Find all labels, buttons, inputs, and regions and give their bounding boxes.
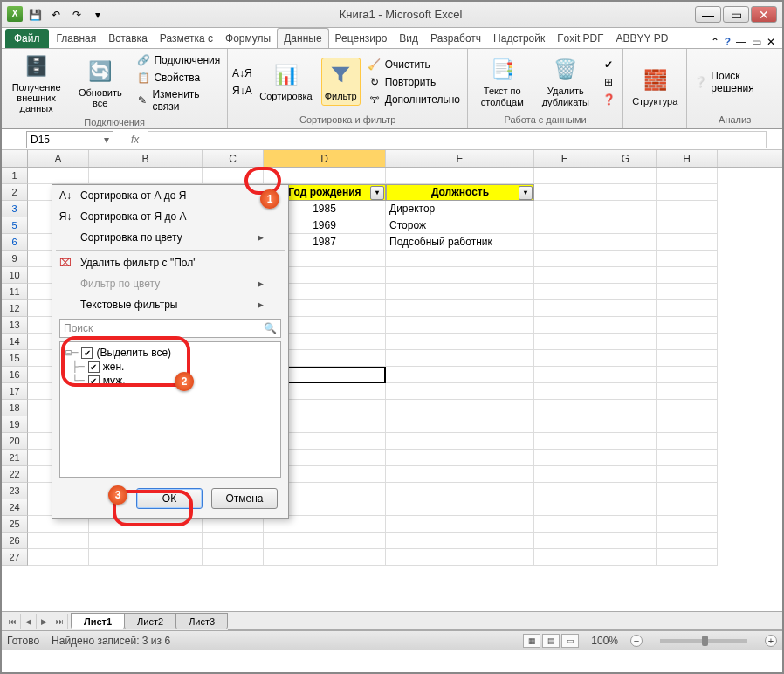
row-header[interactable]: 11 [2,284,28,300]
view-normal-button[interactable]: ▦ [523,634,540,648]
cancel-button[interactable]: Отмена [211,488,278,509]
checkbox-icon[interactable]: ✔ [81,347,93,359]
cell[interactable] [595,400,657,416]
cell[interactable] [534,284,595,300]
edit-links-button[interactable]: ✎Изменить связи [134,87,222,113]
column-header[interactable]: A [28,150,89,167]
cell[interactable] [595,483,657,499]
filter-values-list[interactable]: ⊟─✔(Выделить все) ├─✔жен. └─✔муж. [59,341,281,478]
cell[interactable] [534,499,595,516]
qat-save[interactable]: 💾 [26,6,44,24]
cell[interactable] [657,416,718,433]
cell[interactable] [534,251,595,267]
row-header[interactable]: 6 [2,234,28,251]
cell[interactable] [657,400,718,416]
cell[interactable] [595,234,657,251]
cell[interactable] [386,251,534,267]
connections-button[interactable]: 🔗Подключения [134,52,222,68]
cell[interactable] [595,499,657,516]
cell[interactable] [28,549,89,566]
cell[interactable] [386,400,534,416]
cell[interactable] [657,383,718,400]
tab-home[interactable]: Главная [51,29,103,48]
consolidate-button[interactable]: ⊞ [600,74,617,90]
cell[interactable] [534,533,595,549]
whatif-button[interactable]: ❓ [600,92,617,107]
cell[interactable] [595,317,657,334]
data-validation-button[interactable]: ✔ [600,57,617,72]
row-header[interactable]: 13 [2,317,28,334]
cell[interactable] [386,499,534,516]
cell[interactable] [89,168,203,184]
cell[interactable] [595,516,657,533]
cell[interactable] [264,549,386,566]
filter-value-item[interactable]: ├─✔жен. [65,360,275,374]
cell[interactable] [386,549,534,566]
tab-view[interactable]: Вид [393,29,424,48]
view-page-break-button[interactable]: ▭ [561,634,579,648]
menu-clear-filter[interactable]: ⌧Удалить фильтр с "Пол" [52,252,288,273]
cell[interactable] [534,201,595,217]
row-header[interactable]: 26 [2,533,28,549]
get-external-data-button[interactable]: 🗄️ Получение внешних данных [7,51,65,115]
row-header[interactable]: 10 [2,267,28,284]
tab-layout[interactable]: Разметка с [154,29,219,48]
cell[interactable] [595,284,657,300]
column-header[interactable]: C [203,150,264,167]
menu-sort-az[interactable]: А↓Сортировка от А до Я [52,185,288,206]
cell[interactable] [657,350,718,367]
filter-dropdown-icon[interactable]: ▾ [370,186,384,200]
qat-customize-icon[interactable]: ▾ [89,6,107,24]
clear-filter-button[interactable]: 🧹Очистить [366,57,462,72]
cell[interactable] [534,400,595,416]
cell[interactable] [534,217,595,234]
cell[interactable] [657,284,718,300]
cell[interactable] [386,300,534,317]
cell[interactable] [595,334,657,350]
remove-duplicates-button[interactable]: 🗑️ Удалить дубликаты [537,54,595,108]
minimize-button[interactable]: — [695,6,721,23]
cell[interactable] [657,516,718,533]
filter-value-select-all[interactable]: ⊟─✔(Выделить все) [65,346,275,360]
cell[interactable] [657,334,718,350]
cell[interactable] [595,433,657,450]
cell[interactable] [386,483,534,499]
cell[interactable] [28,533,89,549]
cell[interactable] [595,450,657,466]
ok-button[interactable]: ОК [136,488,203,509]
doc-minimize-icon[interactable]: — [736,36,746,48]
row-header[interactable]: 5 [2,217,28,234]
cell[interactable] [534,450,595,466]
cell[interactable] [386,284,534,300]
cell[interactable] [386,350,534,367]
tab-file[interactable]: Файл [5,29,49,48]
cell[interactable] [657,367,718,383]
row-header[interactable]: 20 [2,433,28,450]
help-icon[interactable]: ? [725,36,731,48]
filter-dropdown-icon[interactable]: ▾ [519,186,533,200]
filter-value-item[interactable]: └─✔муж. [65,374,275,388]
advanced-filter-button[interactable]: 🝖Дополнительно [366,92,462,107]
row-header[interactable]: 1 [2,168,28,184]
row-header[interactable]: 17 [2,383,28,400]
cell[interactable] [595,416,657,433]
tab-insert[interactable]: Вставка [102,29,154,48]
cell[interactable] [203,533,264,549]
structure-button[interactable]: 🧱 Структура [629,65,681,108]
cell[interactable] [657,317,718,334]
cell[interactable]: Подсобный работник [386,234,534,251]
cell[interactable] [386,367,534,383]
cell[interactable] [534,549,595,566]
name-box[interactable]: D15 ▾ [26,131,113,148]
cell[interactable] [595,168,657,184]
doc-restore-icon[interactable]: ▭ [752,36,761,48]
fx-icon[interactable]: fx [122,134,148,146]
row-header[interactable]: 18 [2,400,28,416]
zoom-thumb[interactable] [702,636,708,646]
cell[interactable] [28,168,89,184]
sort-button[interactable]: 📊 Сортировка [256,59,315,103]
minimize-ribbon-icon[interactable]: ⌃ [711,36,719,48]
tab-review[interactable]: Рецензиро [329,29,394,48]
cell[interactable] [386,466,534,483]
cell[interactable] [386,533,534,549]
